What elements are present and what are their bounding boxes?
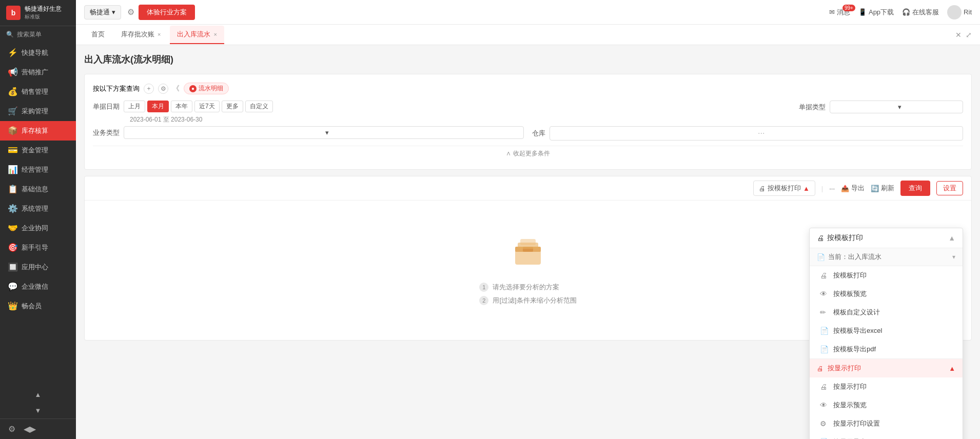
tab-batch-close[interactable]: × — [158, 31, 161, 37]
refresh-button[interactable]: 🔄 刷新 — [871, 184, 894, 193]
date-btn-7days[interactable]: 近7天 — [194, 101, 220, 112]
content-toolbar: 🖨 按模板打印 ▲ | ··· 📤 导出 🔄 刷新 查询 设置 — [85, 176, 971, 201]
wechat-icon: 💬 — [8, 282, 17, 291]
sidebar-item-inventory[interactable]: 📦 库存核算 — [0, 121, 76, 141]
filter-add-button[interactable]: + — [144, 84, 154, 94]
date-btn-last-month[interactable]: 上月 — [124, 101, 145, 112]
export-button[interactable]: 📤 导出 — [841, 184, 865, 193]
dropdown-item-template-custom[interactable]: ✏ 模板自定义设计 — [810, 303, 963, 322]
sidebar-item-purchase[interactable]: 🛒 采购管理 — [0, 102, 76, 121]
export-label: 导出 — [851, 184, 865, 193]
dropdown-item-template-print[interactable]: 🖨 按模板打印 — [810, 266, 963, 285]
empty-illustration — [507, 231, 548, 272]
tab-home[interactable]: 首页 — [84, 26, 112, 44]
sidebar-item-finance[interactable]: 💳 资金管理 — [0, 141, 76, 160]
sidebar-item-system[interactable]: ⚙️ 系统管理 — [0, 199, 76, 218]
sidebar-item-appcenter[interactable]: 🔲 应用中心 — [0, 257, 76, 277]
tab-flow[interactable]: 出入库流水 × — [170, 26, 224, 44]
sidebar-item-basic[interactable]: 📋 基础信息 — [0, 179, 76, 199]
sidebar-item-shortcut[interactable]: ⚡ 快捷导航 — [0, 43, 76, 63]
date-btn-custom[interactable]: 自定义 — [245, 101, 273, 112]
member-icon: 👑 — [8, 302, 17, 311]
operations-icon: 📊 — [8, 165, 17, 174]
sidebar-item-marketing[interactable]: 📢 营销推广 — [0, 63, 76, 82]
dropdown-item-template-pdf[interactable]: 📄 按模板导出pdf — [810, 340, 963, 358]
filter-panel: 按以下方案查询 + ⚙ 《 ● 流水明细 单据日期 上月 本月 本年 近7天 — [84, 74, 972, 170]
filter-business-item: 业务类型 ▾ — [93, 126, 524, 139]
topbar-gear-icon[interactable]: ⚙ — [127, 7, 134, 17]
sidebar-item-corp[interactable]: 🤝 企业协同 — [0, 218, 76, 238]
settings-button[interactable]: 设置 — [936, 181, 963, 195]
date-btn-more[interactable]: 更多 — [222, 101, 243, 112]
sidebar-item-label: 营销推广 — [22, 68, 48, 77]
filter-warehouse-item: 仓库 ··· — [532, 126, 963, 141]
filter-collapse-icon[interactable]: 《 — [172, 84, 180, 93]
dropdown-item-display-preview[interactable]: 👁 按显示预览 — [810, 396, 963, 414]
collapse-sidebar-icon[interactable]: ◀▶ — [24, 424, 36, 434]
date-btn-this-month[interactable]: 本月 — [147, 101, 169, 112]
user-avatar[interactable]: Rit — [947, 5, 972, 19]
display-section-header[interactable]: 🖨 按显示打印 ▲ — [810, 359, 963, 377]
dropdown-item-template-preview[interactable]: 👁 按模板预览 — [810, 285, 963, 303]
filter-tag-label: 流水明细 — [199, 84, 223, 93]
tab-bar: 首页 库存批次账 × 出入库流水 × ✕ ⤢ — [76, 25, 980, 45]
sidebar-scroll-down[interactable]: ▼ — [33, 405, 44, 416]
warehouse-dots-icon[interactable]: ··· — [758, 129, 957, 138]
business-select[interactable]: ▾ — [124, 126, 524, 139]
ellipsis-button[interactable]: ··· — [829, 185, 835, 192]
dropdown-collapse-btn[interactable]: ▲ — [948, 234, 955, 242]
tab-batch[interactable]: 库存批次账 × — [114, 26, 168, 44]
warehouse-select[interactable]: ··· — [550, 126, 963, 141]
dropdown-item-display-excel[interactable]: 📄 按显示导出excel — [810, 433, 963, 439]
guide-icon: 🎯 — [8, 243, 17, 252]
purchase-icon: 🛒 — [8, 107, 17, 116]
sidebar-item-label: 资金管理 — [22, 146, 48, 155]
empty-tip-1: 1 请先选择要分析的方案 — [479, 283, 576, 292]
company-selector[interactable]: 畅捷通 ▾ — [84, 5, 121, 19]
message-button[interactable]: ✉ 消息 99+ — [829, 8, 850, 17]
sidebar: b 畅捷通好生意 标准版 🔍 搜索菜单 ⚡ 快捷导航 📢 营销推广 💰 销售管理… — [0, 0, 76, 439]
finance-icon: 💳 — [8, 146, 17, 155]
filter-settings-button[interactable]: ⚙ — [158, 84, 168, 94]
industry-solution-button[interactable]: 体验行业方案 — [139, 5, 195, 20]
date-range-text: 2023-06-01 至 2023-06-30 — [130, 115, 202, 124]
sidebar-item-member[interactable]: 👑 畅会员 — [0, 296, 76, 316]
sidebar-scroll-up[interactable]: ▲ — [33, 389, 44, 401]
refresh-icon: 🔄 — [871, 185, 879, 192]
print-icon: 🖨 — [759, 185, 766, 192]
tab-close-window[interactable]: ✕ — [955, 31, 962, 39]
filter-collapse-button[interactable]: ∧ 收起更多条件 — [93, 146, 963, 161]
app-download-button[interactable]: 📱 App下载 — [858, 8, 894, 17]
search-menu-label: 搜索菜单 — [17, 30, 42, 39]
template-print-icon: 🖨 — [820, 271, 829, 280]
sidebar-item-label: 企业协同 — [22, 224, 48, 233]
avatar-img — [947, 5, 962, 19]
sales-icon: 💰 — [8, 87, 17, 96]
sidebar-item-guide[interactable]: 🎯 新手引导 — [0, 238, 76, 257]
dropdown-sub-header: 📄 当前：出入库流水 ▾ — [810, 248, 963, 266]
dropdown-item-template-excel[interactable]: 📄 按模板导出excel — [810, 322, 963, 340]
template-icon: 📄 — [817, 253, 825, 261]
template-pdf-icon: 📄 — [820, 345, 829, 353]
sidebar-item-wechat[interactable]: 💬 企业微信 — [0, 277, 76, 296]
sidebar-item-operations[interactable]: 📊 经营管理 — [0, 160, 76, 179]
tab-expand-window[interactable]: ⤢ — [966, 31, 972, 39]
tab-flow-close[interactable]: × — [213, 31, 217, 37]
display-section-icon: 🖨 — [817, 365, 824, 372]
dropdown-item-display-settings[interactable]: ⚙ 按显示打印设置 — [810, 414, 963, 433]
system-icon: ⚙️ — [8, 204, 17, 213]
query-button[interactable]: 查询 — [900, 181, 930, 196]
settings-icon[interactable]: ⚙ — [8, 424, 15, 434]
online-service-button[interactable]: 🎧 在线客服 — [902, 8, 939, 17]
type-select[interactable]: ▾ — [830, 101, 963, 113]
refresh-label: 刷新 — [881, 184, 894, 193]
shortcut-icon: ⚡ — [8, 48, 17, 57]
sidebar-item-sales[interactable]: 💰 销售管理 — [0, 82, 76, 102]
print-button[interactable]: 🖨 按模板打印 ▲ — [753, 181, 815, 196]
search-menu-item[interactable]: 🔍 搜索菜单 — [0, 26, 76, 43]
dropdown-item-display-print[interactable]: 🖨 按显示打印 — [810, 377, 963, 396]
tip-text-1: 请先选择要分析的方案 — [493, 283, 559, 292]
headset-icon: 🎧 — [902, 8, 910, 16]
marketing-icon: 📢 — [8, 68, 17, 77]
date-btn-this-year[interactable]: 本年 — [171, 101, 192, 112]
